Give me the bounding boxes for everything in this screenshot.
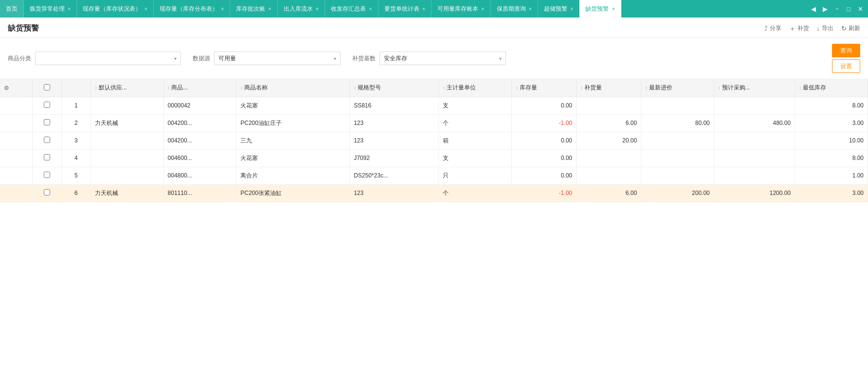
tab-scroll-prev[interactable]: ◀ (808, 3, 819, 15)
cell-settings-4 (0, 167, 33, 184)
tab-label-order-stats: 要货单统计表 (384, 5, 419, 13)
cell-spec-4: DS250*23c... (350, 167, 439, 184)
col-spec[interactable]: 规格型号 (350, 79, 439, 97)
tab-batch-account[interactable]: 库存批次账× (230, 0, 277, 18)
tab-close-inventory-dist[interactable]: × (221, 6, 224, 12)
cell-settings-5 (0, 184, 33, 202)
tab-close-available-ledger[interactable]: × (481, 6, 484, 12)
col-stock[interactable]: 库存量 (511, 79, 576, 97)
replenish-basis-select[interactable]: 安全库存 ▾ (380, 52, 506, 65)
refresh-button[interactable]: ↻ 刷新 (841, 24, 860, 33)
col-unit[interactable]: 主计量单位 (439, 79, 512, 97)
cell-est-purchase-1: 480.00 (714, 114, 795, 132)
row-checkbox-2[interactable] (44, 137, 50, 143)
export-button[interactable]: ↓ 导出 (817, 24, 834, 33)
tab-close-expiry-query[interactable]: × (529, 6, 532, 12)
filter-actions: 查询 设置 (832, 44, 860, 73)
cell-replenish-2: 20.00 (576, 132, 641, 149)
filter-row: 商品分类 ▾ 数据源 可用量 ▾ 补货基数 安全库存 ▾ 查询 设置 (0, 38, 868, 79)
tab-recv-summary[interactable]: 收发存汇总表× (325, 0, 378, 18)
tab-close-exception[interactable]: × (68, 6, 71, 12)
tab-close-overstock[interactable]: × (570, 6, 573, 12)
tab-inventory-dist[interactable]: 现存量（库存分布表）× (154, 0, 230, 18)
cell-code-3: 004600... (163, 149, 236, 167)
window-close[interactable]: ✕ (854, 3, 866, 15)
cell-code-1: 004200... (163, 114, 236, 132)
row-checkbox-0[interactable] (44, 102, 50, 108)
window-minimize[interactable]: － (831, 3, 843, 15)
cell-est-purchase-3 (714, 149, 795, 167)
settings-button[interactable]: 设置 (832, 59, 860, 73)
query-button[interactable]: 查询 (832, 44, 860, 57)
cell-name-2: 三九 (236, 132, 350, 149)
cell-no-2: 3 (61, 132, 90, 149)
tab-bar: 首页炼货异常处理×现存量（库存状况表）×现存量（库存分布表）×库存批次账×出入库… (0, 0, 868, 18)
tab-available-ledger[interactable]: 可用量库存账本× (432, 0, 490, 18)
cell-est-purchase-4 (714, 167, 795, 184)
cell-latest-price-2 (641, 132, 714, 149)
row-checkbox-5[interactable] (44, 189, 50, 195)
replenish-button[interactable]: ＋ 补货 (789, 24, 809, 33)
tab-inout-flow[interactable]: 出入库流水× (278, 0, 325, 18)
cell-spec-3: J7092 (350, 149, 439, 167)
col-latest-price[interactable]: 最新进价 (641, 79, 714, 97)
cell-stock-2: 0.00 (511, 132, 576, 149)
cell-no-1: 2 (61, 114, 90, 132)
col-product-code[interactable]: 商品... (163, 79, 236, 97)
cell-no-3: 4 (61, 149, 90, 167)
tab-close-batch-account[interactable]: × (268, 6, 271, 12)
col-product-name[interactable]: 商品名称 (236, 79, 350, 97)
tab-close-shortage[interactable]: × (612, 6, 615, 12)
category-label: 商品分类 (8, 54, 31, 63)
cell-replenish-4 (576, 167, 641, 184)
tab-order-stats[interactable]: 要货单统计表× (379, 0, 432, 18)
tab-expiry-query[interactable]: 保质期查询× (491, 0, 538, 18)
table-row: 1 0000042 火花塞 SS816 支 0.00 8.00 (0, 97, 868, 114)
tab-label-expiry-query: 保质期查询 (497, 5, 526, 13)
table-settings-icon[interactable]: ⚙ (4, 85, 9, 91)
datasource-chevron-icon: ▾ (334, 56, 336, 61)
page-header: 缺货预警 ⤴ 分享 ＋ 补货 ↓ 导出 ↻ 刷新 (0, 18, 868, 38)
tab-exception[interactable]: 炼货异常处理× (24, 0, 77, 18)
cell-latest-price-0 (641, 97, 714, 114)
window-maximize[interactable]: □ (843, 3, 854, 15)
share-button[interactable]: ⤴ 分享 (764, 24, 781, 33)
cell-latest-price-3 (641, 149, 714, 167)
tab-close-inventory-status[interactable]: × (144, 6, 147, 12)
cell-name-0: 火花塞 (236, 97, 350, 114)
cell-min-stock-1: 3.00 (795, 114, 868, 132)
col-default-supplier[interactable]: 默认供应... (90, 79, 163, 97)
tab-scroll-next[interactable]: ▶ (819, 3, 831, 15)
cell-est-purchase-5: 1200.00 (714, 184, 795, 202)
select-all-checkbox[interactable] (44, 84, 50, 90)
tab-inventory-status[interactable]: 现存量（库存状况表）× (77, 0, 153, 18)
tab-label-inout-flow: 出入库流水 (284, 5, 313, 13)
tab-overstock[interactable]: 超储预警× (538, 0, 579, 18)
row-checkbox-4[interactable] (44, 172, 50, 178)
table-row: 5 004800... 离合片 DS250*23c... 只 0.00 1.00 (0, 167, 868, 184)
cell-unit-2: 箱 (439, 132, 512, 149)
cell-no-4: 5 (61, 167, 90, 184)
category-select[interactable]: ▾ (35, 52, 181, 65)
datasource-select[interactable]: 可用量 ▾ (214, 52, 341, 65)
cell-replenish-1: 6.00 (576, 114, 641, 132)
cell-checkbox-0 (33, 97, 62, 114)
tab-close-recv-summary[interactable]: × (369, 6, 372, 12)
replenish-basis-filter-group: 补货基数 安全库存 ▾ (352, 52, 506, 65)
tab-shortage[interactable]: 缺货预警× (579, 0, 621, 18)
datasource-filter-group: 数据源 可用量 ▾ (193, 52, 341, 65)
row-checkbox-3[interactable] (44, 154, 50, 160)
cell-supplier-4 (90, 167, 163, 184)
row-checkbox-1[interactable] (44, 119, 50, 125)
table-header-row: ⚙ 默认供应... 商品... 商品名称 规格型号 主计量单位 库存量 补货量 … (0, 79, 868, 97)
category-filter-group: 商品分类 ▾ (8, 52, 181, 65)
tab-close-order-stats[interactable]: × (422, 6, 425, 12)
col-replenish-qty[interactable]: 补货量 (576, 79, 641, 97)
cell-code-5: 801110... (163, 184, 236, 202)
tab-close-inout-flow[interactable]: × (316, 6, 319, 12)
cell-name-1: PC200油缸庄子 (236, 114, 350, 132)
col-est-purchase[interactable]: 预计采购... (714, 79, 795, 97)
tab-home[interactable]: 首页 (0, 0, 24, 18)
col-min-stock[interactable]: 最低库存 (795, 79, 868, 97)
cell-code-2: 004200... (163, 132, 236, 149)
